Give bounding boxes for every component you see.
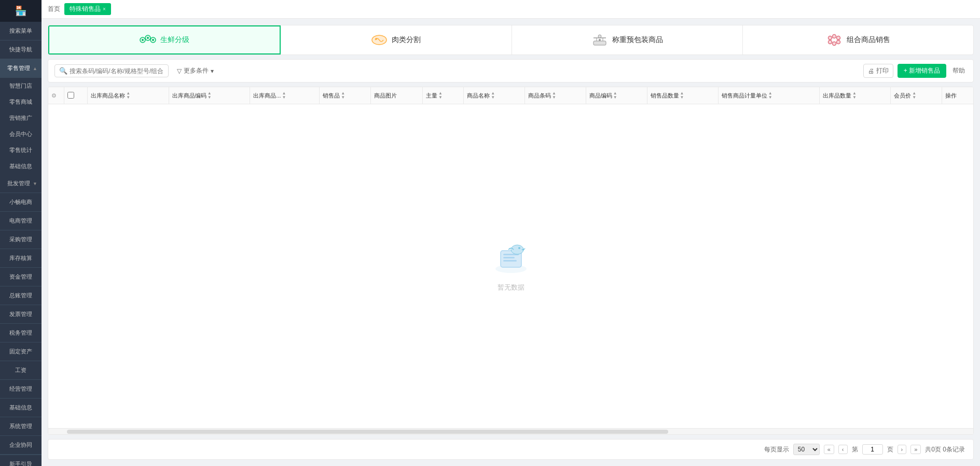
sort-arrows-oqty: ▲▼ [852, 91, 857, 100]
th-checkbox[interactable] [64, 87, 88, 104]
sort-arrows-out-code: ▲▼ [208, 91, 212, 100]
sidebar-item-system-mgmt[interactable]: 系统管理 [0, 417, 42, 436]
tab-card-fresh-grade[interactable]: 生鲜分级 [48, 25, 281, 54]
svg-point-10 [598, 35, 601, 38]
sidebar: 🏪 搜索菜单 快捷导航 零售管理 ▲ 智慧门店 零售商城 营销推广 会员中心 零… [0, 0, 42, 466]
per-page-select[interactable]: 10 20 50 100 [793, 444, 820, 455]
toolbar: 🔍 ▽ 更多条件 ▾ 🖨 打印 + 新增销售品 帮助 [48, 59, 974, 83]
filter-button[interactable]: ▽ 更多条件 ▾ [173, 64, 218, 77]
add-product-button[interactable]: + 新增销售品 [898, 64, 946, 78]
th-sales-product[interactable]: 销售品 ▲▼ [320, 87, 370, 104]
sidebar-item-basic-info[interactable]: 基础信息 [0, 399, 42, 417]
first-page-button[interactable]: « [824, 445, 834, 454]
sidebar-item-tax-mgmt[interactable]: 税务管理 [0, 324, 42, 342]
next-page-button[interactable]: › [898, 445, 907, 454]
svg-rect-21 [503, 257, 515, 258]
svg-point-12 [828, 36, 832, 40]
sidebar-item-ops-mgmt[interactable]: 经营管理 [0, 380, 42, 399]
toolbar-left: 🔍 ▽ 更多条件 ▾ [54, 64, 218, 77]
svg-point-24 [518, 247, 520, 249]
weight-prepack-icon [591, 34, 608, 46]
topbar-tab-close[interactable]: × [103, 6, 106, 12]
sort-arrows-sqty: ▲▼ [680, 91, 684, 100]
sort-arrows-pcode: ▲▼ [613, 91, 617, 100]
th-main-weight[interactable]: 主量 ▲▼ [423, 87, 464, 104]
th-out-qty[interactable]: 出库品数量 ▲▼ [820, 87, 891, 104]
empty-state: 暂无数据 [48, 104, 973, 428]
search-input[interactable] [70, 67, 163, 75]
last-page-button[interactable]: » [910, 445, 921, 454]
sidebar-item-retail-stats[interactable]: 零售统计 [0, 142, 42, 158]
sidebar-item-fixed-assets[interactable]: 固定资产 [0, 342, 42, 361]
sort-arrows-barcode: ▲▼ [552, 91, 556, 100]
tab-card-combo-sales-label: 组合商品销售 [847, 35, 890, 45]
sidebar-item-marketing[interactable]: 营销推广 [0, 110, 42, 126]
svg-point-11 [599, 39, 601, 41]
empty-icon [490, 240, 532, 277]
th-out-product-name[interactable]: 出库商品名称 ▲▼ [88, 87, 169, 104]
print-button[interactable]: 🖨 打印 [863, 64, 893, 78]
sidebar-logo: 🏪 [0, 0, 42, 22]
filter-icon: ▽ [177, 67, 182, 75]
prev-page-button[interactable]: ‹ [838, 445, 848, 454]
sidebar-item-purchase-mgmt[interactable]: 采购管理 [0, 230, 42, 249]
sidebar-item-member-center[interactable]: 会员中心 [0, 126, 42, 142]
sidebar-item-retail-mgmt[interactable]: 零售管理 ▲ [0, 59, 42, 78]
horizontal-scrollbar[interactable] [48, 428, 973, 434]
tab-card-meat-cut[interactable]: 肉类分割 [281, 25, 512, 54]
sidebar-item-inventory[interactable]: 库存核算 [0, 249, 42, 268]
sort-arrows-out-name: ▲▼ [126, 91, 130, 100]
th-out-product-x[interactable]: 出库商品... ▲▼ [250, 87, 320, 104]
scrollbar-thumb[interactable] [67, 430, 668, 434]
topbar-active-tab[interactable]: 特殊销售品 × [64, 3, 111, 15]
svg-point-14 [836, 36, 840, 40]
wholesale-mgmt-arrow: ▼ [33, 181, 37, 186]
sidebar-item-wholesale-mgmt[interactable]: 批发管理 ▼ [0, 174, 42, 193]
help-button[interactable]: 帮助 [950, 64, 967, 77]
per-page-label: 每页显示 [764, 445, 789, 454]
page-number-input[interactable] [862, 444, 883, 455]
sort-arrows-out-x: ▲▼ [282, 91, 286, 100]
topbar: 首页 特殊销售品 × [42, 0, 980, 19]
topbar-home-link[interactable]: 首页 [48, 5, 60, 13]
sidebar-item-ledger[interactable]: 总账管理 [0, 286, 42, 305]
tab-card-fresh-grade-label: 生鲜分级 [160, 35, 189, 45]
sidebar-item-ecom-mgmt[interactable]: 电商管理 [0, 212, 42, 230]
sidebar-item-mini-ecom[interactable]: 小畅电商 [0, 193, 42, 212]
data-table: ⚙ 出库商品名称 ▲▼ 出库 [48, 87, 973, 104]
sort-arrows-mprice: ▲▼ [912, 91, 916, 100]
th-member-price[interactable]: 会员价 ▲▼ [891, 87, 942, 104]
meat-cut-icon [371, 34, 388, 46]
sidebar-item-salary[interactable]: 工资 [0, 361, 42, 380]
sidebar-item-basic-info-retail[interactable]: 基础信息 [0, 158, 42, 174]
svg-point-5 [152, 39, 154, 41]
tab-card-weight-prepack-label: 称重预包装商品 [612, 35, 663, 45]
th-sales-qty[interactable]: 销售品数量 ▲▼ [647, 87, 718, 104]
sidebar-item-smart-store[interactable]: 智慧门店 [0, 78, 42, 94]
sidebar-item-new-guide[interactable]: 新手引导 [0, 455, 42, 466]
empty-state-text: 暂无数据 [498, 283, 524, 292]
sidebar-item-search-menu[interactable]: 搜索菜单 [0, 22, 42, 40]
sidebar-item-invoice-mgmt[interactable]: 发票管理 [0, 305, 42, 324]
th-product-name[interactable]: 商品名称 ▲▼ [464, 87, 525, 104]
th-gear[interactable]: ⚙ [48, 87, 64, 104]
th-out-product-code[interactable]: 出库商品编码 ▲▼ [169, 87, 250, 104]
sidebar-item-retail-mall[interactable]: 零售商城 [0, 94, 42, 110]
combo-sales-icon [826, 34, 843, 46]
svg-point-4 [147, 37, 149, 39]
search-box[interactable]: 🔍 [54, 64, 169, 77]
th-sales-unit[interactable]: 销售商品计量单位 ▲▼ [718, 87, 819, 104]
total-pages-label: 共0页 0条记录 [925, 445, 965, 454]
tab-card-meat-cut-label: 肉类分割 [392, 35, 421, 45]
tab-card-combo-sales[interactable]: 组合商品销售 [743, 25, 973, 54]
th-product-code[interactable]: 商品编码 ▲▼ [586, 87, 647, 104]
sidebar-item-finance[interactable]: 资金管理 [0, 268, 42, 286]
column-settings-icon[interactable]: ⚙ [51, 92, 57, 99]
sidebar-item-quick-nav[interactable]: 快捷导航 [0, 40, 42, 59]
th-product-barcode[interactable]: 商品条码 ▲▼ [524, 87, 586, 104]
sidebar-item-corp-agreement[interactable]: 企业协同 [0, 436, 42, 455]
select-all-checkbox[interactable] [67, 92, 74, 99]
tab-card-weight-prepack[interactable]: 称重预包装商品 [512, 25, 743, 54]
retail-mgmt-arrow: ▲ [33, 66, 37, 71]
sort-arrows-sunit: ▲▼ [768, 91, 772, 100]
